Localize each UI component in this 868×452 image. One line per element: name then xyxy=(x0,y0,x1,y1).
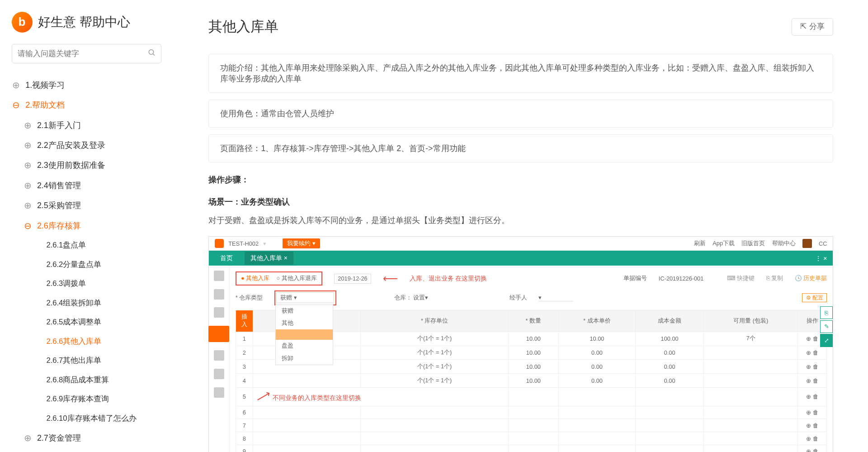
minus-icon: ⊖ xyxy=(12,100,21,109)
path-box: 页面路径：1、库存核算->库存管理->其他入库单 2、首页->常用功能 xyxy=(208,134,833,162)
minus-icon: ⊖ xyxy=(23,221,32,230)
nav-assembly[interactable]: 2.6.4组装拆卸单 xyxy=(12,293,173,312)
ss-tabs: 首页 其他入库单 × ⋮ × xyxy=(209,251,833,266)
ss-sidebar xyxy=(209,266,230,452)
nav-tree: ⊕1.视频学习 ⊖2.帮助文档 ⊕2.1新手入门 ⊕2.2产品安装及登录 ⊕2.… xyxy=(12,75,173,452)
nav-check-order[interactable]: 2.6.1盘点单 xyxy=(12,236,173,255)
nav-cost-recalc[interactable]: 2.6.8商品成本重算 xyxy=(12,370,173,389)
brand-text: 好生意 帮助中心 xyxy=(38,14,130,31)
nav-data-prep[interactable]: ⊕2.3使用前数据准备 xyxy=(12,155,173,175)
table-row: 7⊕ 🗑 xyxy=(236,419,827,432)
plus-icon: ⊕ xyxy=(12,80,21,89)
ss-side-icon xyxy=(214,387,224,398)
ss-dd-opt xyxy=(276,329,333,340)
ss-logo-icon xyxy=(215,239,224,248)
nav-other-out[interactable]: 2.6.7其他出库单 xyxy=(12,351,173,370)
plus-icon: ⊕ xyxy=(23,201,32,210)
plus-icon: ⊕ xyxy=(23,161,32,170)
nav-sales[interactable]: ⊕2.4销售管理 xyxy=(12,176,173,195)
search-icon[interactable] xyxy=(148,48,156,59)
nav-stock-error[interactable]: 2.6.10库存账本错了怎么办 xyxy=(12,409,173,428)
ss-company: TEST-H002 xyxy=(228,240,259,247)
ss-app-link: App下载 xyxy=(712,240,735,247)
ss-radio-group: ● 其他入库 ○ 其他入库退库 xyxy=(236,271,322,285)
ss-warehouse-label: * 仓库类型 xyxy=(236,294,263,302)
ss-trial-badge: 我要续约 ▾ xyxy=(283,238,320,248)
search-input[interactable] xyxy=(12,44,162,63)
plus-icon: ⊕ xyxy=(23,120,32,129)
scene1-text: 对于受赠、盘盈或是拆装入库等不同的业务，是通过单据头【业务类型】进行区分。 xyxy=(208,213,833,228)
ss-help-link: 帮助中心 xyxy=(772,240,796,247)
plus-icon: ⊕ xyxy=(23,433,32,442)
ss-avatar-icon xyxy=(802,239,811,248)
main-content: 其他入库单 ⇱ 分享 功能介绍：其他入库单用来处理除采购入库、产成品入库之外的其… xyxy=(174,0,868,452)
ss-user: CC xyxy=(819,240,827,247)
nav-other-in[interactable]: 2.6.6其他入库单 xyxy=(12,332,173,351)
nav-cost-adjust[interactable]: 2.6.5成本调整单 xyxy=(12,313,173,332)
ss-old-link: 旧版首页 xyxy=(741,240,765,247)
nav-mobile-shop[interactable]: ⊕2.8手机旺铺 xyxy=(12,448,173,452)
ss-side-icon xyxy=(214,307,224,318)
ss-form-row-1: ● 其他入库 ○ 其他入库退库 2019-12-26 ⟵ 入库、退出业务 在这里… xyxy=(236,271,827,285)
ss-dd-opt: 获赠 xyxy=(276,305,333,317)
ss-arrow-icon: ⟵ xyxy=(383,272,398,285)
ss-th-insert: 插入 xyxy=(236,310,253,332)
nav-install[interactable]: ⊕2.2产品安装及登录 xyxy=(12,135,173,155)
steps-label: 操作步骤： xyxy=(208,174,833,185)
intro-label: 功能介绍： xyxy=(220,63,261,72)
ss-topbar: TEST-H002 ▾ 我要续约 ▾ 刷新 App下载 旧版首页 帮助中心 CC xyxy=(209,237,833,251)
table-row: 4个(1个 = 1个)10.000.000.00⊕ 🗑 xyxy=(236,374,827,388)
ss-side-icon xyxy=(214,271,224,281)
path-text: 1、库存核算->库存管理->其他入库单 2、首页->常用功能 xyxy=(261,144,465,153)
nav-help-docs[interactable]: ⊖2.帮助文档 xyxy=(12,95,173,115)
role-label: 使用角色： xyxy=(220,109,261,118)
table-row: 8⊕ 🗑 xyxy=(236,432,827,445)
page-title: 其他入库单 xyxy=(208,17,278,36)
ss-th: * 成本单价 xyxy=(558,310,635,332)
ss-date: 2019-12-26 xyxy=(334,274,372,284)
ss-docno: IC-20191226-001 xyxy=(659,275,704,282)
share-button[interactable]: ⇱ 分享 xyxy=(792,18,833,36)
page-header: 其他入库单 ⇱ 分享 xyxy=(208,17,833,36)
nav-video-learning[interactable]: ⊕1.视频学习 xyxy=(12,75,173,95)
nav-purchase[interactable]: ⊕2.5采购管理 xyxy=(12,195,173,215)
ss-tool-icon: ✎ xyxy=(820,320,833,333)
ss-docno-label: 单据编号 xyxy=(623,275,647,282)
table-row: 9⊕ 🗑 xyxy=(236,445,827,452)
plus-icon: ⊕ xyxy=(23,141,32,150)
ss-right-tools: ⎘ ✎ ⤢ xyxy=(820,306,833,347)
ss-dd-opt: 盘盈 xyxy=(276,340,333,352)
ss-setting-btn: ⚙ 配置 xyxy=(802,293,827,302)
ss-radio-in: ● 其他入库 xyxy=(241,275,269,282)
nav-weight-check[interactable]: 2.6.2分量盘点单 xyxy=(12,255,173,274)
embedded-screenshot: TEST-H002 ▾ 我要续约 ▾ 刷新 App下载 旧版首页 帮助中心 CC… xyxy=(208,236,833,452)
plus-icon: ⊕ xyxy=(23,181,32,190)
ss-tool-icon: ⎘ xyxy=(820,306,833,319)
nav-transfer[interactable]: 2.6.3调拨单 xyxy=(12,274,173,293)
ss-tab-home: 首页 xyxy=(215,252,239,265)
scene1-title: 场景一：业务类型确认 xyxy=(208,196,833,207)
ss-side-icon xyxy=(214,350,224,361)
ss-person-label: 经手人 xyxy=(509,294,527,302)
svg-point-0 xyxy=(149,49,153,54)
role-text: 通常由仓管人员维护 xyxy=(261,109,334,118)
ss-tabs-close: ⋮ × xyxy=(815,255,827,262)
intro-text: 其他入库单用来处理除采购入库、产成品入库之外的其他入库业务，因此其他入库单可处理… xyxy=(220,63,814,83)
ss-refresh-link: 刷新 xyxy=(694,240,706,247)
nav-stock-query[interactable]: 2.6.9库存账本查询 xyxy=(12,390,173,409)
ss-side-icon xyxy=(214,369,224,379)
nav-inventory[interactable]: ⊖2.6库存核算 xyxy=(12,216,173,236)
nav-beginner[interactable]: ⊕2.1新手入门 xyxy=(12,115,173,135)
ss-th: 可用量 (包装) xyxy=(704,310,798,332)
table-row: 5⟶ 不同业务的入库类型在这里切换⊕ 🗑 xyxy=(236,387,827,406)
ss-side-icon xyxy=(214,289,224,300)
sidebar: b 好生意 帮助中心 ⊕1.视频学习 ⊖2.帮助文档 ⊕2.1新手入门 ⊕2.2… xyxy=(0,0,174,452)
ss-type-dropdown: 获赠 ▾ 获赠 其他 盘盈 拆卸 xyxy=(274,290,336,305)
search-box xyxy=(12,44,173,63)
table-row: 6⊕ 🗑 xyxy=(236,406,827,419)
share-icon: ⇱ xyxy=(800,22,807,31)
path-label: 页面路径： xyxy=(220,144,261,153)
ss-body: ● 其他入库 ○ 其他入库退库 2019-12-26 ⟵ 入库、退出业务 在这里… xyxy=(209,266,833,452)
nav-finance[interactable]: ⊕2.7资金管理 xyxy=(12,428,173,448)
ss-tool-icon: ⤢ xyxy=(820,334,833,347)
